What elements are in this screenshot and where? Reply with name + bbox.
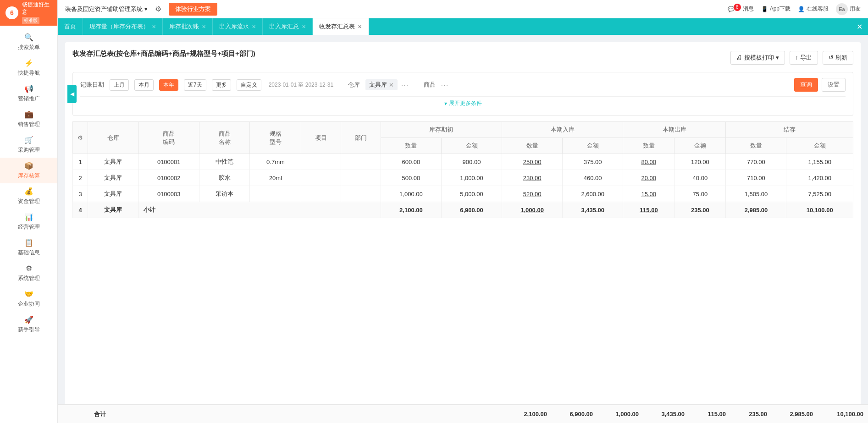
sidebar-item-label-quick-nav: 快捷导航	[18, 69, 40, 77]
sidebar-item-enterprise[interactable]: 🤝企业协同	[0, 286, 57, 312]
expand-more-button[interactable]: ▾ 展开更多条件	[80, 96, 846, 110]
footer-closing-qty: 2,985.00	[772, 409, 818, 419]
table-settings-button[interactable]: 设置	[822, 78, 846, 92]
refresh-button[interactable]: ↺ 刷新	[823, 51, 853, 65]
settings-icon[interactable]: ⚙	[155, 5, 161, 13]
purchase-icon: 🛒	[24, 136, 33, 144]
sidebar-item-label-search: 搜索菜单	[18, 44, 40, 51]
tab-batch-account-label: 库存批次账	[169, 22, 199, 31]
subtotal-opening-amt: 6,900.00	[441, 202, 502, 218]
trial-button[interactable]: 体验行业方案	[169, 3, 217, 16]
row-in-qty[interactable]: 250.00	[502, 154, 563, 170]
message-button[interactable]: 💬 6 消息	[728, 5, 754, 13]
subtotal-closing-amt: 10,100.00	[786, 202, 853, 218]
print-dropdown-icon: ▾	[776, 54, 779, 61]
notification-badge: 6	[734, 4, 741, 11]
th-goods-code: 商品编码	[138, 122, 199, 154]
sidebar-item-basic-info[interactable]: 📋基础信息	[0, 235, 57, 260]
tabbar-close-all[interactable]: ✕	[851, 18, 868, 35]
footer-opening-qty: 2,100.00	[506, 409, 552, 419]
filter-toggle-button[interactable]: ◀	[67, 85, 77, 103]
tab-receipt-summary-label: 收发存汇总表	[319, 22, 355, 31]
sidebar-logo: 6 畅捷通好生意 标准版	[0, 0, 57, 26]
subtotal-in-qty[interactable]: 1,000.00	[502, 202, 563, 218]
print-button[interactable]: 🖨 按模板打印 ▾	[730, 51, 785, 65]
query-button[interactable]: 查询	[794, 78, 818, 92]
table-row: 2 文具库 0100002 胶水 20ml 500.00 1,000.00 23…	[73, 170, 853, 186]
row-warehouse: 文具库	[88, 154, 139, 170]
tab-receipt-summary-close[interactable]: ✕	[358, 24, 362, 30]
sidebar-item-purchase[interactable]: 🛒采购管理	[0, 132, 57, 158]
sidebar-item-finance[interactable]: 💰资金管理	[0, 183, 57, 209]
system-name: 装备及固定资产辅助管理系统	[65, 5, 143, 13]
dropdown-arrow-icon: ▾	[144, 5, 148, 12]
tab-inventory-dist-close[interactable]: ✕	[152, 24, 156, 30]
app-icon: 📱	[761, 6, 768, 12]
row-in-qty[interactable]: 520.00	[502, 186, 563, 202]
footer-label: 合计	[72, 410, 127, 418]
row-closing-qty: 770.00	[726, 154, 786, 170]
sidebar-item-operations[interactable]: 📊经营管理	[0, 209, 57, 235]
th-in-qty: 数量	[502, 138, 563, 154]
row-out-qty[interactable]: 20.00	[623, 170, 674, 186]
print-icon: 🖨	[736, 54, 742, 61]
tab-inventory-dist[interactable]: 现存量（库存分布表） ✕	[83, 18, 163, 35]
user-avatar: Ea	[836, 3, 848, 15]
export-icon: ↑	[796, 54, 799, 61]
date-range: 2023-01-01 至 2023-12-31	[269, 81, 333, 89]
row-goods-spec	[250, 186, 301, 202]
row-out-qty[interactable]: 15.00	[623, 186, 674, 202]
th-in-amt: 金额	[563, 138, 623, 154]
sidebar-item-quick-nav[interactable]: ⚡快捷导航	[0, 55, 57, 81]
date-this-year[interactable]: 本年	[159, 79, 178, 91]
marketing-icon: 📢	[24, 84, 33, 93]
sidebar-item-inventory[interactable]: 📦库存核算	[0, 158, 57, 183]
date-more[interactable]: 更多	[212, 79, 231, 91]
enterprise-icon: 🤝	[24, 290, 33, 298]
tab-inout-flow-close[interactable]: ✕	[252, 24, 256, 30]
date-custom[interactable]: 自定义	[237, 79, 261, 91]
row-no: 2	[73, 170, 88, 186]
tab-batch-account-close[interactable]: ✕	[202, 24, 206, 30]
col-settings-header[interactable]: ⚙	[73, 122, 88, 154]
row-out-amt: 120.00	[674, 154, 726, 170]
row-out-qty[interactable]: 80.00	[623, 154, 674, 170]
footer-out-qty: 115.00	[689, 409, 730, 419]
date-this-month[interactable]: 本月	[134, 79, 154, 91]
warehouse-tag: 文具库 ✕	[365, 79, 398, 90]
sidebar-item-guide[interactable]: 🚀新手引导	[0, 312, 57, 337]
sidebar-item-search[interactable]: 🔍搜索菜单	[0, 29, 57, 55]
tab-inout-flow[interactable]: 出入库流水 ✕	[213, 18, 263, 35]
warehouse-more-dots[interactable]: ···	[401, 82, 409, 88]
online-service-button[interactable]: 👤 在线客服	[798, 5, 829, 13]
tab-inout-summary-close[interactable]: ✕	[302, 24, 306, 30]
warehouse-tag-close[interactable]: ✕	[389, 82, 394, 88]
sidebar-item-sales[interactable]: 💼销售管理	[0, 106, 57, 132]
app-download-label: App下载	[770, 5, 791, 13]
expand-icon: ▾	[444, 100, 447, 107]
tab-receipt-summary[interactable]: 收发存汇总表 ✕	[313, 18, 369, 35]
row-closing-amt: 7,525.00	[786, 186, 853, 202]
subtotal-no: 4	[73, 202, 88, 218]
tab-home[interactable]: 首页	[58, 18, 83, 35]
sidebar-item-marketing[interactable]: 📢营销推广	[0, 81, 57, 106]
user-label: 用友	[850, 5, 861, 13]
sidebar-item-system[interactable]: ⚙系统管理	[0, 260, 57, 286]
warehouse-filter-label: 仓库	[348, 81, 360, 89]
row-goods-spec: 20ml	[250, 170, 301, 186]
system-selector[interactable]: 装备及固定资产辅助管理系统 ▾	[65, 5, 148, 13]
goods-more-dots[interactable]: ···	[441, 82, 449, 88]
print-label: 按模板打印	[744, 54, 774, 62]
sidebar-item-label-system: 系统管理	[18, 275, 40, 282]
tab-inout-summary[interactable]: 出入库汇总 ✕	[263, 18, 313, 35]
app-download-button[interactable]: 📱 App下载	[761, 5, 791, 13]
date-last-month[interactable]: 上月	[110, 79, 129, 91]
export-button[interactable]: ↑ 导出	[790, 51, 818, 65]
table-row: 1 文具库 0100001 中性笔 0.7mm 600.00 900.00 25…	[73, 154, 853, 170]
subtotal-out-qty[interactable]: 115.00	[623, 202, 674, 218]
row-opening-amt: 5,000.00	[441, 186, 502, 202]
date-7days[interactable]: 近7天	[184, 79, 206, 91]
tab-batch-account[interactable]: 库存批次账 ✕	[163, 18, 213, 35]
row-in-qty[interactable]: 230.00	[502, 170, 563, 186]
user-button[interactable]: Ea 用友	[836, 3, 861, 15]
